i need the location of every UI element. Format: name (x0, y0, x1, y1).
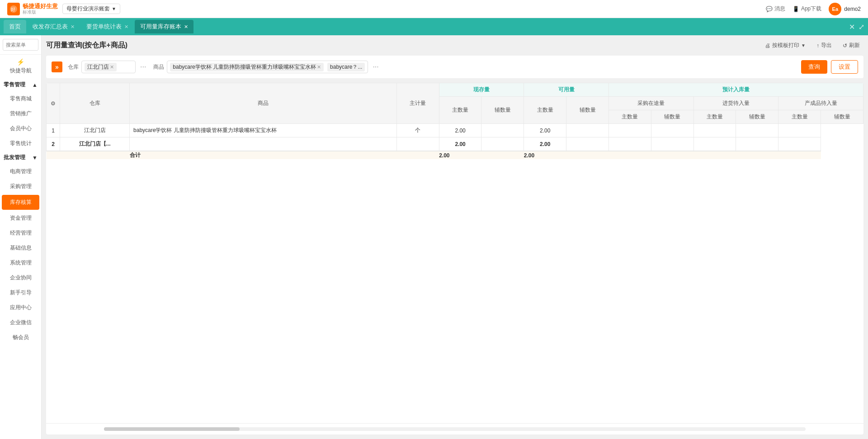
nav-tabs: 首页 收发存汇总表 ✕ 要货单统计表 ✕ 可用量库存账本 ✕ ✕ ⤢ (0, 18, 868, 35)
logo-text: 畅捷通好生意 标准版 (23, 3, 58, 15)
avatar: Ea (829, 3, 841, 15)
close-tab-available-stock[interactable]: ✕ (184, 24, 188, 30)
th-avail-main: 主数量 (524, 97, 566, 124)
th-production-group: 产成品待入量 (778, 97, 863, 110)
close-window-btn[interactable]: ✕ (849, 23, 855, 31)
filter-expand-btn[interactable]: » (52, 61, 62, 72)
top-bar: 好 畅捷通好生意 标准版 母婴行业演示账套 ▼ 💬 消息 📱 App下载 Ea … (0, 0, 868, 18)
user-area[interactable]: Ea demo2 (829, 3, 861, 15)
close-tab-receive-send[interactable]: ✕ (71, 24, 75, 30)
sidebar-item-ops[interactable]: 经营管理 (0, 226, 41, 241)
sidebar-search-area (0, 35, 41, 55)
sidebar-item-retail-stats[interactable]: 零售统计 (0, 136, 41, 151)
maximize-window-btn[interactable]: ⤢ (859, 23, 864, 31)
table-container: ⚙ 仓库 商品 主计量 现存量 可用量 预计入库量 主数量 辅数量 (46, 83, 863, 434)
warehouse-filter-group: 仓库 江北门店 ✕ ··· (68, 61, 148, 73)
svg-text:好: 好 (11, 7, 15, 12)
footer-current-main-total: 2.00 (439, 151, 481, 159)
sidebar-item-new-guide[interactable]: 新手引导 (0, 285, 41, 300)
sidebar-item-finance[interactable]: 资金管理 (0, 211, 41, 226)
sidebar-item-enterprise-wechat[interactable]: 企业微信 (0, 315, 41, 330)
sidebar-item-quick-nav[interactable]: ⚡ 快捷导航 (0, 55, 41, 78)
sidebar-item-ecom[interactable]: 电商管理 (0, 164, 41, 179)
tab-home[interactable]: 首页 (4, 20, 26, 33)
tab-available-stock[interactable]: 可用量库存账本 ✕ (135, 20, 193, 33)
th-current-aux: 辅数量 (481, 97, 524, 124)
sidebar-item-sys-mgmt[interactable]: 系统管理 (0, 255, 41, 270)
th-purchase-transit-main: 主数量 (609, 110, 651, 124)
gear-icon[interactable]: ⚙ (51, 100, 56, 107)
sidebar-item-enterprise-collab[interactable]: 企业协同 (0, 270, 41, 285)
window-controls: ✕ ⤢ (849, 23, 864, 31)
product-tag-1: babycare学饮杯 儿童防摔防撞吸管杯重力球吸嘴杯宝宝水杯 ✕ (170, 63, 324, 71)
download-icon: 📱 (793, 6, 799, 12)
th-avail-aux: 辅数量 (566, 97, 609, 124)
chevron-down-icon: ▼ (801, 43, 806, 48)
sidebar-item-vip-member[interactable]: 畅会员 (0, 330, 41, 345)
footer-label: 合计 (130, 151, 397, 159)
sidebar-item-app-center[interactable]: 应用中心 (0, 300, 41, 315)
product-filter-dots[interactable]: ··· (371, 63, 380, 71)
th-expected-in-group: 预计入库量 (609, 83, 863, 97)
refresh-btn[interactable]: ↺ 刷新 (839, 40, 863, 51)
warehouse-filter-tags[interactable]: 江北门店 ✕ (81, 61, 136, 73)
warehouse-tag-close[interactable]: ✕ (110, 64, 114, 70)
product-tag-2: babycare？... (327, 63, 365, 71)
scrollbar-thumb (104, 427, 240, 431)
app-download-action[interactable]: 📱 App下载 (793, 5, 821, 13)
warehouse-filter-dots[interactable]: ··· (138, 63, 148, 71)
account-selector[interactable]: 母婴行业演示账套 ▼ (62, 4, 120, 14)
search-input[interactable] (3, 39, 38, 51)
product-filter-group: 商品 babycare学饮杯 儿童防摔防撞吸管杯重力球吸嘴杯宝宝水杯 ✕ bab… (153, 61, 380, 73)
warehouse-tag-jiangbei: 江北门店 ✕ (85, 63, 117, 71)
sidebar-item-retail-mall[interactable]: 零售商城 (0, 91, 41, 106)
tab-receive-send[interactable]: 收发存汇总表 ✕ (27, 20, 80, 33)
th-production-aux: 辅数量 (821, 110, 863, 124)
th-incoming-group: 进货待入量 (693, 97, 778, 110)
filter-bar: » 仓库 江北门店 ✕ ··· 商品 babycare学饮杯 儿童防摔防撞吸管杯… (46, 56, 863, 78)
header-actions: 🖨 按模板打印 ▼ ↑ 导出 ↺ 刷新 (761, 40, 863, 51)
print-template-btn[interactable]: 🖨 按模板打印 ▼ (761, 40, 809, 51)
quick-nav-icon: ⚡ (17, 58, 24, 66)
table-row: 1 江北门店 babycare学饮杯 儿童防摔防撞吸管杯重力球吸嘴杯宝宝水杯 个… (47, 124, 863, 137)
th-warehouse: 仓库 (60, 83, 130, 124)
th-current-stock-group: 现存量 (439, 83, 524, 97)
product-tag-1-close[interactable]: ✕ (317, 64, 321, 70)
query-btn[interactable]: 查询 (801, 60, 827, 74)
logo-icon: 好 (7, 3, 20, 15)
page-header: 可用量查询(按仓库+商品) 🖨 按模板打印 ▼ ↑ 导出 ↺ 刷新 (46, 40, 863, 51)
sidebar-item-member-center[interactable]: 会员中心 (0, 121, 41, 136)
settings-btn[interactable]: 设置 (831, 60, 858, 74)
th-incoming-aux: 辅数量 (736, 110, 778, 124)
table-row: 2 江北门店【... 2.00 2.00 (47, 137, 863, 151)
data-table: ⚙ 仓库 商品 主计量 现存量 可用量 预计入库量 主数量 辅数量 (46, 83, 863, 159)
th-purchase-transit-group: 采购在途量 (609, 97, 693, 110)
sidebar: ⚡ 快捷导航 零售管理 ▲ 零售商城 营销推广 会员中心 零售统计 批发管理 ▼… (0, 35, 42, 439)
sidebar-section-wholesale[interactable]: 批发管理 ▼ (0, 151, 41, 164)
sidebar-item-basic-info[interactable]: 基础信息 (0, 241, 41, 255)
page-title: 可用量查询(按仓库+商品) (46, 41, 127, 50)
th-purchase-transit-aux: 辅数量 (651, 110, 693, 124)
export-btn[interactable]: ↑ 导出 (813, 40, 835, 51)
sidebar-item-purchase[interactable]: 采购管理 (0, 179, 41, 194)
sidebar-item-marketing[interactable]: 营销推广 (0, 106, 41, 121)
export-icon: ↑ (816, 42, 819, 49)
message-action[interactable]: 💬 消息 (766, 5, 785, 13)
th-product: 商品 (130, 83, 397, 124)
close-tab-order-stats[interactable]: ✕ (124, 24, 128, 30)
th-unit: 主计量 (396, 83, 439, 124)
sidebar-section-retail-mgmt[interactable]: 零售管理 ▲ (0, 78, 41, 91)
th-production-main: 主数量 (778, 110, 821, 124)
sidebar-item-stock-check[interactable]: 库存核算 (2, 195, 39, 210)
tab-order-stats[interactable]: 要货单统计表 ✕ (81, 20, 134, 33)
chevron-icon: ▲ (32, 82, 38, 88)
filter-actions: 查询 设置 (801, 60, 858, 74)
table-footer-row: 合计 2.00 2.00 (47, 151, 863, 159)
th-current-main: 主数量 (439, 97, 481, 124)
th-available-group: 可用量 (524, 83, 609, 97)
print-icon: 🖨 (765, 42, 770, 49)
product-filter-tags[interactable]: babycare学饮杯 儿童防摔防撞吸管杯重力球吸嘴杯宝宝水杯 ✕ babyca… (167, 61, 368, 73)
scrollbar-track[interactable] (104, 427, 806, 431)
chevron-down-icon: ▼ (112, 6, 116, 11)
content-area: 可用量查询(按仓库+商品) 🖨 按模板打印 ▼ ↑ 导出 ↺ 刷新 (42, 35, 868, 439)
